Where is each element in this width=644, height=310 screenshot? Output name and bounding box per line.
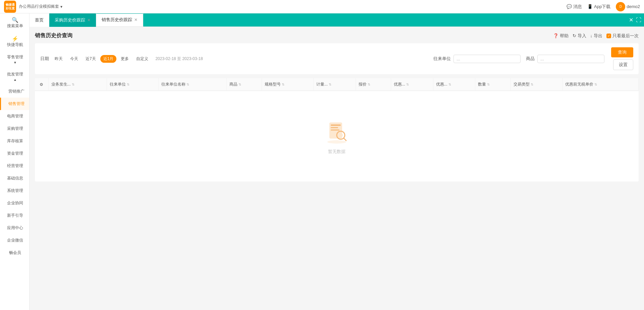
date-btn-last1month[interactable]: 近1月	[100, 55, 117, 63]
sort-icon: ⇅	[448, 83, 451, 86]
th-quantity[interactable]: 数量 ⇅	[475, 78, 511, 91]
sidebar-item-app-center[interactable]: 应用中心	[0, 222, 29, 234]
sidebar-item-quick-nav[interactable]: ⚡ 快捷导航	[0, 32, 29, 51]
sidebar-item-system[interactable]: 系统管理	[0, 185, 29, 197]
app-logo: 畅捷通好生意	[4, 1, 16, 13]
workspace-name: 办公用品行业模拟账套	[19, 4, 59, 9]
date-btn-last7days[interactable]: 近7天	[83, 55, 99, 63]
svg-rect-4	[331, 130, 339, 131]
date-btn-more[interactable]: 更多	[118, 55, 132, 63]
sidebar-label: 应用中心	[2, 225, 28, 231]
filter-bar: 日期 昨天 今天 近7天 近1月 更多 自定义 2023-02-18 至 202…	[35, 43, 639, 74]
arrow-down-icon: ▼	[13, 61, 17, 64]
th-trade-type[interactable]: 交易类型 ⇅	[511, 78, 562, 91]
th-pretax-price[interactable]: 优惠前无税单价 ⇅	[562, 78, 638, 91]
query-button[interactable]: 查询	[611, 47, 633, 57]
tab-close-icon[interactable]: ✕	[87, 18, 91, 22]
tab-actions: ✕ ⛶	[629, 17, 644, 23]
sidebar-item-wholesale-mgmt[interactable]: 批发管理 ▲	[0, 68, 29, 85]
th-discount-rate[interactable]: 优惠... ⇅	[391, 78, 433, 91]
sidebar-label: 库存核算	[2, 138, 28, 144]
message-icon: 💬	[567, 4, 572, 9]
sidebar-label: 快捷导航	[2, 42, 28, 48]
checkbox-label-text: 只看最后一次	[612, 33, 639, 39]
tab-home[interactable]: 首页	[30, 13, 49, 27]
date-btn-yesterday[interactable]: 昨天	[52, 55, 66, 63]
th-label: 报价	[359, 82, 367, 87]
sort-icon: ⇅	[368, 83, 370, 86]
message-btn[interactable]: 💬 消息	[567, 4, 582, 10]
sidebar-item-sales-mgmt[interactable]: 销售管理	[0, 98, 29, 110]
maximize-btn[interactable]: ⛶	[636, 17, 641, 23]
app-download-btn[interactable]: 📱 App下载	[587, 4, 610, 10]
sort-icon: ⇅	[186, 83, 189, 86]
th-label: 优惠前无税单价	[565, 82, 593, 87]
page-title: 销售历史价查询	[35, 32, 72, 39]
sort-icon: ⇅	[531, 83, 533, 86]
sidebar-item-marketing[interactable]: 营销推广	[0, 85, 29, 98]
sort-icon: ⇅	[127, 83, 129, 86]
sidebar-item-retail-mgmt[interactable]: 零售管理 ▼	[0, 51, 29, 68]
th-goods[interactable]: 商品 ⇅	[226, 78, 262, 91]
sidebar-item-finance[interactable]: 资金管理	[0, 147, 29, 160]
sidebar-label: 企业微信	[2, 238, 28, 243]
sidebar-label: 新手引导	[2, 213, 28, 218]
th-label: 数量	[478, 82, 486, 87]
sidebar-item-basic-info[interactable]: 基础信息	[0, 172, 29, 185]
sidebar-label: 批发管理	[2, 71, 28, 77]
th-biz-date[interactable]: 业务发生... ⇅	[48, 78, 107, 91]
goods-input[interactable]: ...	[537, 55, 604, 63]
sidebar-item-purchase-mgmt[interactable]: 采购管理	[0, 122, 29, 135]
svg-rect-3	[331, 127, 338, 128]
filter-right: 往来单位 ... 商品 ...	[433, 55, 604, 63]
close-tab-btn[interactable]: ✕	[629, 17, 633, 23]
help-btn[interactable]: ❓ 帮助	[553, 33, 569, 39]
content-area: 首页 采购历史价跟踪 ✕ 销售历史价跟踪 ✕ ✕ ⛶ 销售历史价查询	[30, 13, 644, 310]
sidebar-item-new-guide[interactable]: 新手引导	[0, 209, 29, 222]
sidebar-label: 经营管理	[2, 163, 28, 169]
th-partner-code[interactable]: 往来单位 ⇅	[107, 78, 158, 91]
help-label: 帮助	[560, 33, 569, 39]
sidebar-label: 畅会员	[2, 250, 28, 256]
date-btn-custom[interactable]: 自定义	[133, 55, 151, 63]
checkbox-box: ✓	[606, 34, 611, 38]
export-icon: ↓	[590, 33, 593, 38]
sidebar-item-member[interactable]: 畅会员	[0, 247, 29, 259]
username: demo2	[627, 4, 640, 9]
checkbox-check-icon: ✓	[607, 34, 610, 38]
th-spec[interactable]: 规格型号 ⇅	[262, 78, 313, 91]
import-btn[interactable]: ↻ 导入	[573, 33, 586, 39]
partner-input[interactable]: ...	[453, 55, 521, 63]
export-label: 导出	[594, 33, 602, 39]
sidebar-item-operations[interactable]: 经营管理	[0, 160, 29, 172]
date-btn-today[interactable]: 今天	[67, 55, 81, 63]
tab-close-icon[interactable]: ✕	[134, 17, 138, 22]
sidebar-item-enterprise[interactable]: 企业协同	[0, 197, 29, 209]
sort-icon: ⇅	[72, 83, 74, 86]
user-area[interactable]: D demo2	[616, 2, 640, 11]
th-discount-price[interactable]: 优惠... ⇅	[433, 78, 475, 91]
sidebar-item-search-menu[interactable]: 🔍 搜索菜单	[0, 13, 29, 32]
export-btn[interactable]: ↓ 导出	[590, 33, 603, 39]
tab-purchase-history[interactable]: 采购历史价跟踪 ✕	[49, 13, 96, 27]
sidebar-item-ecommerce-mgmt[interactable]: 电商管理	[0, 110, 29, 122]
tab-sales-history[interactable]: 销售历史价跟踪 ✕	[96, 13, 143, 27]
mobile-icon: 📱	[587, 4, 593, 9]
sidebar-label: 营销推广	[5, 89, 28, 94]
tab-label: 销售历史价跟踪	[102, 17, 132, 23]
th-partner-name[interactable]: 往来单位名称 ⇅	[158, 78, 226, 91]
sort-icon: ⇅	[406, 83, 409, 86]
table-settings-col[interactable]: ⚙	[35, 78, 48, 91]
empty-text: 暂无数据	[328, 149, 345, 155]
settings-button[interactable]: 设置	[613, 59, 633, 70]
th-quote[interactable]: 报价 ⇅	[356, 78, 391, 91]
sidebar-label: 基础信息	[2, 175, 28, 181]
arrow-up-icon: ▲	[13, 78, 17, 82]
sidebar-item-inventory[interactable]: 库存核算	[0, 135, 29, 147]
th-unit[interactable]: 计量... ⇅	[313, 78, 356, 91]
workspace-selector[interactable]: 办公用品行业模拟账套 ▾	[19, 4, 62, 9]
sidebar-item-enterprise-wechat[interactable]: 企业微信	[0, 234, 29, 247]
only-last-checkbox[interactable]: ✓ 只看最后一次	[606, 33, 639, 39]
sidebar-label: 零售管理	[2, 54, 28, 60]
message-label: 消息	[573, 4, 582, 10]
